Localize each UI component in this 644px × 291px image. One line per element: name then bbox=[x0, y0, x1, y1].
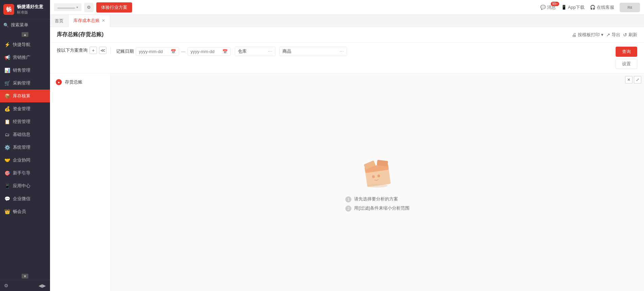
empty-svg-icon bbox=[357, 150, 398, 191]
export-button[interactable]: ↗ 导出 bbox=[606, 32, 620, 38]
empty-text: 1 请先选择要分析的方案 2 用[过滤]条件来缩小分析范围 bbox=[345, 196, 409, 214]
app-logo-icon: 畅 bbox=[3, 4, 14, 15]
sidebar-item-sales[interactable]: 📊 销售管理 bbox=[0, 64, 50, 77]
sidebar-item-basic[interactable]: 🗂 基础信息 bbox=[0, 128, 50, 141]
guide-icon: 🎯 bbox=[4, 170, 10, 176]
sidebar-logo: 畅 畅捷通好生意 标准版 bbox=[0, 0, 50, 19]
topbar: ▬▬▬▬ ▾ ⚙ 体验行业方案 💬 消息 99+ 📱 App下载 🎧 在线客服 … bbox=[50, 0, 644, 15]
filter-warehouse-group: 仓库 ··· bbox=[235, 47, 275, 56]
purchase-icon: 🛒 bbox=[4, 80, 10, 86]
expand-icon: ⤢ bbox=[636, 77, 639, 82]
tabbar: 首页 库存成本总账 ✕ bbox=[50, 15, 644, 27]
sidebar-item-quick-nav[interactable]: ⚡ 快捷导航 bbox=[0, 38, 50, 51]
panel-expand-button[interactable]: ⤢ bbox=[634, 76, 641, 83]
content-body: ● 存货总账 ✕ ⤢ bbox=[50, 73, 644, 291]
topbar-message[interactable]: 💬 消息 99+ bbox=[540, 4, 556, 10]
enterprise-icon: 🤝 bbox=[4, 157, 10, 163]
data-area: ✕ ⤢ bbox=[111, 73, 644, 291]
topbar-settings-button[interactable]: ⚙ bbox=[84, 3, 94, 12]
content-area: 库存总账(存货总账) 🖨 按模板打印 ▾ ↗ 导出 ↺ 刷新 bbox=[50, 27, 644, 291]
scroll-up-arrow[interactable]: ▲ bbox=[22, 32, 28, 37]
date-end-input[interactable] bbox=[191, 49, 221, 54]
inventory-icon: 📦 bbox=[4, 93, 10, 99]
sidebar-scroll-up[interactable]: ▲ bbox=[0, 31, 50, 38]
headset-icon: 🎧 bbox=[590, 5, 595, 10]
tab-close-icon[interactable]: ✕ bbox=[102, 18, 105, 23]
member-icon: 👑 bbox=[4, 209, 10, 215]
print-button[interactable]: 🖨 按模板打印 ▾ bbox=[572, 32, 603, 38]
system-icon: ⚙️ bbox=[4, 144, 10, 150]
topbar-app-download[interactable]: 📱 App下载 bbox=[561, 4, 585, 10]
scroll-down-arrow[interactable]: ▼ bbox=[22, 274, 28, 278]
sidebar-item-wechat[interactable]: 💬 企业微信 bbox=[0, 192, 50, 205]
breadcrumb-chevron-icon: ▾ bbox=[76, 5, 78, 9]
goods-more-icon[interactable]: ··· bbox=[340, 48, 344, 54]
date-end-input-wrapper[interactable]: 📅 bbox=[188, 47, 231, 56]
sidebar-settings-btn[interactable]: ⚙ bbox=[4, 283, 8, 288]
scheme-sidebar: ● 存货总账 bbox=[50, 73, 111, 291]
message-icon: 💬 bbox=[540, 5, 546, 10]
warehouse-more-icon[interactable]: ··· bbox=[268, 48, 272, 54]
print-chevron-icon: ▾ bbox=[601, 32, 603, 37]
marketing-icon: 📢 bbox=[4, 54, 10, 60]
svg-point-6 bbox=[367, 184, 388, 188]
calendar-end-icon[interactable]: 📅 bbox=[222, 49, 228, 54]
sidebar-search[interactable]: 🔍 搜索菜单 bbox=[0, 19, 50, 31]
sidebar-item-guide[interactable]: 🎯 新手引导 bbox=[0, 167, 50, 179]
calendar-start-icon[interactable]: 📅 bbox=[171, 49, 176, 54]
sidebar-item-apps[interactable]: 📱 应用中心 bbox=[0, 179, 50, 192]
apps-icon: 📱 bbox=[4, 183, 10, 189]
sales-icon: 📊 bbox=[4, 67, 10, 73]
topbar-right: 💬 消息 99+ 📱 App下载 🎧 在线客服 Rit bbox=[540, 3, 640, 12]
scheme-item-stock-ledger[interactable]: ● 存货总账 bbox=[50, 76, 110, 88]
sidebar-item-purchase[interactable]: 🛒 采购管理 bbox=[0, 77, 50, 90]
tab-inventory-ledger[interactable]: 库存成本总账 ✕ bbox=[69, 15, 110, 27]
close-icon: ✕ bbox=[627, 77, 630, 82]
goods-select[interactable]: 商品 ··· bbox=[279, 47, 347, 56]
topbar-breadcrumb[interactable]: ▬▬▬▬ ▾ bbox=[54, 3, 81, 11]
query-button[interactable]: 查询 bbox=[616, 47, 637, 57]
quick-nav-icon: ⚡ bbox=[4, 42, 10, 48]
empty-state: 1 请先选择要分析的方案 2 用[过滤]条件来缩小分析范围 bbox=[345, 150, 409, 214]
filter-add-button[interactable]: + bbox=[90, 47, 97, 54]
sidebar-item-system[interactable]: ⚙️ 系统管理 bbox=[0, 141, 50, 154]
date-start-input-wrapper[interactable]: 📅 bbox=[136, 47, 179, 56]
refresh-button[interactable]: ↺ 刷新 bbox=[623, 32, 637, 38]
panel-close-button[interactable]: ✕ bbox=[625, 76, 633, 83]
panel-controls: ✕ ⤢ bbox=[625, 76, 641, 83]
sidebar-item-finance[interactable]: 💰 资金管理 bbox=[0, 102, 50, 115]
print-icon: 🖨 bbox=[572, 32, 576, 38]
tab-home[interactable]: 首页 bbox=[50, 15, 69, 27]
sidebar-scroll-down[interactable]: ▼ bbox=[0, 272, 50, 280]
operations-icon: 📋 bbox=[4, 119, 10, 125]
sidebar-item-enterprise[interactable]: 🤝 企业协同 bbox=[0, 154, 50, 167]
filter-actions: 查询 设置 bbox=[616, 47, 637, 69]
date-field-label: 记账日期 bbox=[116, 48, 134, 54]
sidebar-item-member[interactable]: 👑 畅会员 bbox=[0, 205, 50, 218]
filter-goods-group: 商品 ··· bbox=[279, 47, 347, 56]
topbar-online-service[interactable]: 🎧 在线客服 bbox=[590, 4, 614, 10]
filter-fields: 记账日期 📅 — 📅 仓库 ··· bbox=[111, 47, 616, 56]
sidebar-item-marketing[interactable]: 📢 营销推广 bbox=[0, 51, 50, 64]
sidebar-collapse-btn[interactable]: ◀▶ bbox=[39, 283, 46, 288]
empty-step-1: 1 请先选择要分析的方案 bbox=[345, 196, 409, 202]
user-avatar[interactable]: Rit bbox=[620, 3, 640, 12]
sidebar-item-inventory[interactable]: 📦 库存核算 bbox=[0, 90, 50, 102]
filter-collapse-button[interactable]: ≪ bbox=[99, 47, 106, 54]
page-header-actions: 🖨 按模板打印 ▾ ↗ 导出 ↺ 刷新 bbox=[572, 32, 637, 38]
export-icon: ↗ bbox=[606, 32, 610, 38]
settings-button[interactable]: 设置 bbox=[616, 59, 637, 69]
industry-solution-button[interactable]: 体验行业方案 bbox=[96, 2, 132, 13]
sidebar-item-operations[interactable]: 📋 经营管理 bbox=[0, 115, 50, 128]
wechat-icon: 💬 bbox=[4, 196, 10, 202]
phone-icon: 📱 bbox=[561, 5, 567, 10]
basic-icon: 🗂 bbox=[4, 131, 10, 138]
date-start-input[interactable] bbox=[139, 49, 169, 54]
page-header: 库存总账(存货总账) 🖨 按模板打印 ▾ ↗ 导出 ↺ 刷新 bbox=[50, 27, 644, 43]
message-badge: 99+ bbox=[551, 2, 559, 6]
warehouse-select[interactable]: 仓库 ··· bbox=[235, 47, 275, 56]
sidebar-footer: ⚙ ◀▶ bbox=[0, 280, 50, 291]
finance-icon: 💰 bbox=[4, 106, 10, 112]
sidebar: 畅 畅捷通好生意 标准版 🔍 搜索菜单 ▲ ⚡ 快捷导航 📢 营销推广 📊 销售… bbox=[0, 0, 50, 291]
main-area: ▬▬▬▬ ▾ ⚙ 体验行业方案 💬 消息 99+ 📱 App下载 🎧 在线客服 … bbox=[50, 0, 644, 291]
